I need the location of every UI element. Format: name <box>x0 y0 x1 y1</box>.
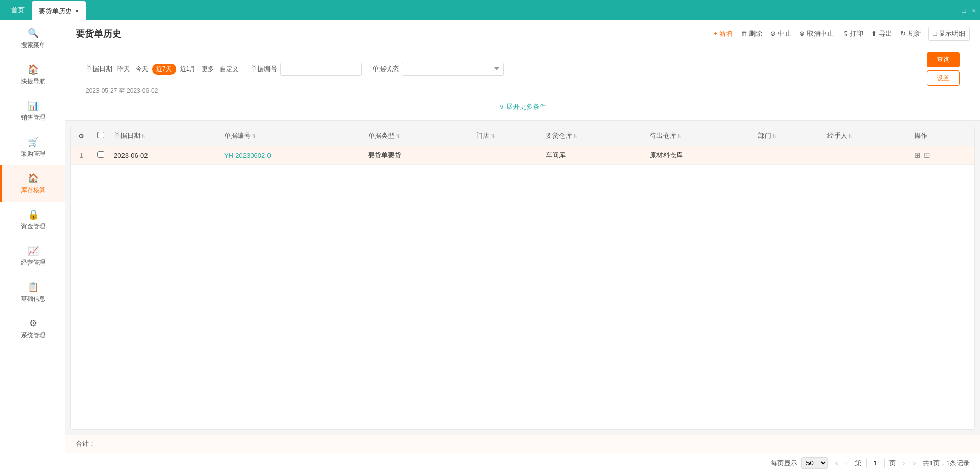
tab-home[interactable]: 首页 <box>4 0 32 20</box>
action-icons: ⊞ ⊡ <box>914 151 970 160</box>
filter-row: 单据日期 昨天 今天 近7天 近1月 更多 自定义 单据编号 <box>86 52 960 86</box>
filter-bar: 单据日期 昨天 今天 近7天 近1月 更多 自定义 单据编号 <box>76 47 970 120</box>
tab-requisition-history[interactable]: 要货单历史 × <box>32 1 86 21</box>
sidebar-item-sales-mgmt[interactable]: 📊 销售管理 <box>0 93 65 129</box>
summary-label: 合计： <box>76 440 95 447</box>
row-doc-type: 要货单要货 <box>364 146 472 165</box>
stop-button[interactable]: ⊘ 中止 <box>769 27 792 40</box>
expand-more-label: ∨ <box>499 103 504 111</box>
next-page-button[interactable]: › <box>900 458 908 468</box>
th-handler[interactable]: 经手人⇅ <box>823 126 910 146</box>
first-page-button[interactable]: « <box>832 458 841 468</box>
window-close-icon[interactable]: × <box>972 7 976 14</box>
top-bar: 首页 要货单历史 × — □ × <box>0 0 980 20</box>
status-filter-group: 单据状态 <box>372 63 504 76</box>
finance-icon: 🔒 <box>28 209 39 220</box>
display-detail-button[interactable]: □ 显示明细 <box>928 27 970 41</box>
sidebar-item-purchase-label: 采购管理 <box>21 150 45 158</box>
export-button[interactable]: ⬆ 导出 <box>870 27 893 40</box>
window-maximize-icon[interactable]: □ <box>962 7 966 14</box>
sales-icon: 📊 <box>28 100 39 111</box>
row-doc-date: 2023-06-02 <box>110 146 220 165</box>
purchase-icon: 🛒 <box>28 136 39 148</box>
table-header: ⚙ 单据日期⇅ 单据编号⇅ 单据类型⇅ <box>71 126 974 146</box>
shortcut-more[interactable]: 更多 <box>200 64 216 75</box>
inventory-icon: 🏠 <box>28 173 39 184</box>
table-row: 1 2023-06-02 YH-20230602-0 要货单要货 车间库 原材料… <box>71 146 974 165</box>
shortcut-1month[interactable]: 近1月 <box>178 64 198 75</box>
sidebar-item-operations-label: 经营管理 <box>21 258 45 267</box>
main-layout: 🔍 搜索菜单 🏠 快捷导航 📊 销售管理 🛒 采购管理 🏠 库存核算 🔒 资金管… <box>0 20 980 473</box>
sidebar: 🔍 搜索菜单 🏠 快捷导航 📊 销售管理 🛒 采购管理 🏠 库存核算 🔒 资金管… <box>0 20 65 473</box>
th-doc-date[interactable]: 单据日期⇅ <box>110 126 220 146</box>
th-settings[interactable]: ⚙ <box>71 126 91 146</box>
th-doc-type[interactable]: 单据类型⇅ <box>364 126 472 146</box>
window-minimize-icon[interactable]: — <box>949 7 956 14</box>
last-page-button[interactable]: » <box>910 458 918 468</box>
sidebar-item-purchase-mgmt[interactable]: 🛒 采购管理 <box>0 129 65 165</box>
th-checkbox <box>91 126 110 146</box>
cancel-stop-button[interactable]: ⊗ 取消中止 <box>798 27 835 40</box>
shortcut-today[interactable]: 今天 <box>134 64 150 75</box>
sidebar-item-inventory-label: 库存核算 <box>21 186 45 195</box>
shortcut-yesterday[interactable]: 昨天 <box>115 64 132 75</box>
page-number-input[interactable] <box>866 458 885 468</box>
sidebar-item-system-label: 系统管理 <box>21 331 45 340</box>
search-menu-icon: 🔍 <box>28 28 39 39</box>
th-req-warehouse[interactable]: 要货仓库⇅ <box>542 126 646 146</box>
refresh-button[interactable]: ↻ 刷新 <box>899 27 922 40</box>
th-department[interactable]: 部门⇅ <box>754 126 823 146</box>
delete-button[interactable]: 🗑 删除 <box>740 27 764 40</box>
table-area: ⚙ 单据日期⇅ 单据编号⇅ 单据类型⇅ <box>70 126 975 430</box>
date-filter-group: 单据日期 昨天 今天 近7天 近1月 更多 自定义 <box>86 64 240 75</box>
shortcut-7days[interactable]: 近7天 <box>152 64 176 75</box>
sidebar-item-system-mgmt[interactable]: ⚙ 系统管理 <box>0 311 65 347</box>
sidebar-item-finance-mgmt[interactable]: 🔒 资金管理 <box>0 202 65 238</box>
date-filter-label: 单据日期 <box>86 64 112 74</box>
settings-button[interactable]: 设置 <box>927 70 960 86</box>
doc-no-input[interactable] <box>280 63 362 76</box>
row-req-warehouse: 车间库 <box>542 146 646 165</box>
tab-home-label: 首页 <box>11 6 24 15</box>
select-all-checkbox[interactable] <box>97 132 104 138</box>
new-button[interactable]: + 新增 <box>713 27 733 40</box>
page-title-row: 要货单历史 + 新增 🗑 删除 ⊘ 中止 ⊗ 取消中止 🖨 打印 ⬆ 导出 ↻ … <box>76 27 970 41</box>
sidebar-item-quick-nav-label: 快捷导航 <box>21 77 45 86</box>
sidebar-item-basic-info[interactable]: 📋 基础信息 <box>0 274 65 311</box>
sidebar-item-search-label: 搜索菜单 <box>21 41 45 50</box>
table-footer: 合计： <box>65 435 980 453</box>
th-pending-warehouse[interactable]: 待出仓库⇅ <box>646 126 754 146</box>
query-button[interactable]: 查询 <box>927 52 960 67</box>
operations-icon: 📈 <box>28 245 39 256</box>
th-store[interactable]: 门店⇅ <box>472 126 542 146</box>
sidebar-item-quick-nav[interactable]: 🏠 快捷导航 <box>0 57 65 93</box>
sidebar-item-operations-mgmt[interactable]: 📈 经营管理 <box>0 238 65 274</box>
print-button[interactable]: 🖨 打印 <box>841 27 865 40</box>
page-header: 要货单历史 + 新增 🗑 删除 ⊘ 中止 ⊗ 取消中止 🖨 打印 ⬆ 导出 ↻ … <box>65 20 980 121</box>
sidebar-item-inventory[interactable]: 🏠 库存核算 <box>0 165 65 202</box>
per-page-label: 每页显示 <box>771 459 797 468</box>
date-shortcuts: 昨天 今天 近7天 近1月 更多 自定义 <box>115 64 240 75</box>
doc-no-filter-group: 单据编号 <box>251 63 362 76</box>
row-edit-icon[interactable]: ⊞ <box>914 151 921 160</box>
close-tab-icon[interactable]: × <box>75 8 79 15</box>
status-select[interactable] <box>402 63 504 76</box>
doc-no-link[interactable]: YH-20230602-0 <box>224 152 271 159</box>
doc-no-label: 单据编号 <box>251 64 277 74</box>
prev-page-button[interactable]: ‹ <box>843 458 850 468</box>
shortcut-custom[interactable]: 自定义 <box>218 64 240 75</box>
sidebar-item-search-menu[interactable]: 🔍 搜索菜单 <box>0 20 65 57</box>
row-store <box>472 146 542 165</box>
date-range-display: 2023-05-27 至 2023-06-02 <box>86 87 960 96</box>
expand-more-button[interactable]: ∨ 展开更多条件 <box>86 99 960 114</box>
page-title: 要货单历史 <box>76 28 121 40</box>
toolbar: + 新增 🗑 删除 ⊘ 中止 ⊗ 取消中止 🖨 打印 ⬆ 导出 ↻ 刷新 □ 显… <box>713 27 970 41</box>
row-checkbox[interactable] <box>97 151 104 158</box>
expand-more-text: 展开更多条件 <box>506 102 546 111</box>
th-doc-no[interactable]: 单据编号⇅ <box>220 126 364 146</box>
per-page-select[interactable]: 50 10 20 100 <box>801 457 828 469</box>
row-actions: ⊞ ⊡ <box>910 146 974 165</box>
table-body: 1 2023-06-02 YH-20230602-0 要货单要货 车间库 原材料… <box>71 146 974 165</box>
sidebar-item-sales-label: 销售管理 <box>21 113 45 122</box>
row-more-icon[interactable]: ⊡ <box>924 151 930 160</box>
